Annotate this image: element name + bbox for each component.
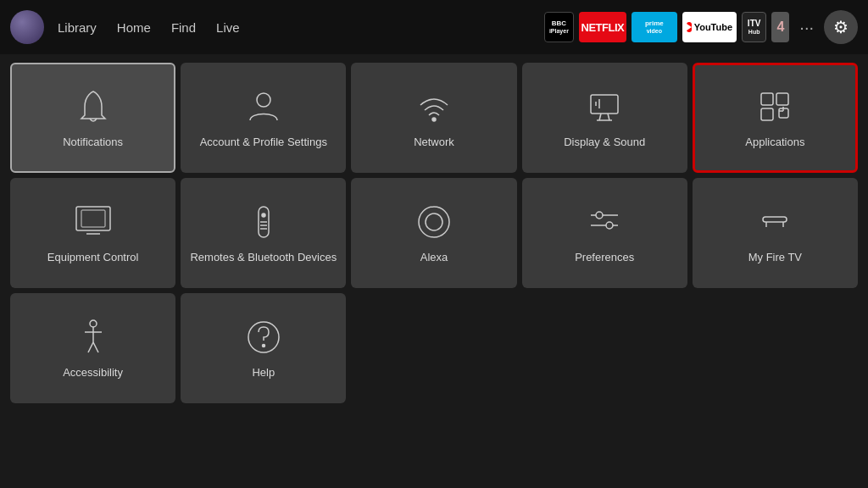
help-icon <box>243 317 284 358</box>
settings-button[interactable]: ⚙ <box>824 10 858 44</box>
svg-rect-4 <box>776 93 788 105</box>
tile-accessibility[interactable]: Accessibility <box>10 293 175 403</box>
display-sound-label: Display & Sound <box>557 136 652 150</box>
svg-rect-2 <box>591 95 618 114</box>
svg-rect-8 <box>81 210 105 227</box>
svg-rect-5 <box>761 108 773 120</box>
tile-notifications[interactable]: Notifications <box>10 63 175 173</box>
display-icon <box>584 86 625 127</box>
nav-home[interactable]: Home <box>117 20 151 35</box>
network-label: Network <box>407 136 461 150</box>
tile-network[interactable]: Network <box>351 63 516 173</box>
nav-live[interactable]: Live <box>216 20 240 35</box>
sliders-icon <box>584 202 625 242</box>
alexa-label: Alexa <box>414 251 455 265</box>
app-bbc-iplayer[interactable]: BBC iPlayer <box>544 12 574 42</box>
tv-icon <box>73 202 114 242</box>
svg-point-14 <box>606 222 613 229</box>
alexa-icon <box>414 202 454 242</box>
tile-equipment-control[interactable]: Equipment Control <box>10 178 175 288</box>
user-avatar[interactable] <box>10 10 44 44</box>
tile-help[interactable]: Help <box>181 293 346 403</box>
tile-alexa[interactable]: Alexa <box>351 178 516 288</box>
tile-remotes-bluetooth[interactable]: Remotes & Bluetooth Devices <box>181 178 346 288</box>
app-channel4[interactable]: 4 <box>771 12 789 42</box>
person-icon <box>243 86 284 127</box>
settings-grid: Notifications Account & Profile Settings… <box>0 54 868 412</box>
svg-rect-3 <box>761 93 773 105</box>
svg-point-11 <box>419 207 449 237</box>
my-fire-tv-label: My Fire TV <box>742 251 809 265</box>
app-prime-video[interactable]: prime video <box>632 12 677 42</box>
applications-label: Applications <box>738 136 811 150</box>
nav-library[interactable]: Library <box>58 20 97 35</box>
svg-point-16 <box>90 320 97 327</box>
preferences-label: Preferences <box>568 251 641 265</box>
help-label: Help <box>245 366 281 380</box>
tile-preferences[interactable]: Preferences <box>522 178 687 288</box>
nav-find[interactable]: Find <box>171 20 196 35</box>
tile-account-profile[interactable]: Account & Profile Settings <box>181 63 346 173</box>
bell-icon <box>73 86 114 127</box>
top-navigation: Library Home Find Live BBC iPlayer NETFL… <box>0 0 868 54</box>
apps-icon <box>754 86 795 127</box>
app-itv[interactable]: ITV Hub <box>742 12 767 42</box>
settings-icon: ⚙ <box>833 17 849 37</box>
notifications-label: Notifications <box>56 136 130 150</box>
firetv-icon <box>754 202 795 242</box>
wifi-icon <box>414 86 454 127</box>
svg-point-1 <box>432 118 436 121</box>
streaming-apps: BBC iPlayer NETFLIX prime video YouTube … <box>544 10 858 44</box>
app-youtube[interactable]: YouTube <box>682 12 737 42</box>
tile-display-sound[interactable]: Display & Sound <box>522 63 687 173</box>
remotes-bluetooth-label: Remotes & Bluetooth Devices <box>183 251 343 265</box>
accessibility-label: Accessibility <box>56 366 130 380</box>
account-profile-label: Account & Profile Settings <box>193 136 334 150</box>
svg-point-10 <box>262 214 265 217</box>
svg-point-18 <box>262 344 264 347</box>
svg-point-12 <box>426 214 442 230</box>
svg-point-0 <box>257 93 270 107</box>
accessibility-icon <box>73 317 114 358</box>
svg-point-13 <box>596 212 603 219</box>
tile-applications[interactable]: Applications <box>693 63 858 173</box>
more-apps-button[interactable]: ··· <box>794 14 819 41</box>
remote-icon <box>243 202 284 242</box>
svg-rect-15 <box>763 217 787 222</box>
tile-my-fire-tv[interactable]: My Fire TV <box>693 178 858 288</box>
app-netflix[interactable]: NETFLIX <box>579 12 626 42</box>
equipment-control-label: Equipment Control <box>41 251 146 265</box>
nav-links: Library Home Find Live <box>58 20 240 35</box>
